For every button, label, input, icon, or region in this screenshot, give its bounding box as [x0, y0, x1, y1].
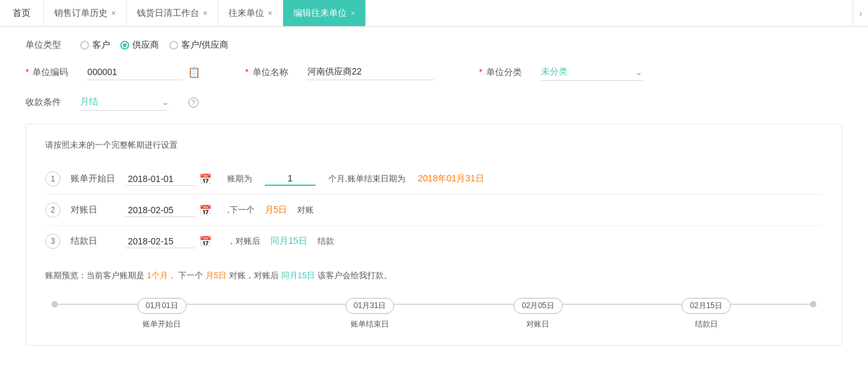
unit-category-label: * 单位分类 [479, 67, 522, 78]
tl-node-1-pill: 01月01日 [137, 298, 186, 314]
tl-node-4-pill: 02月15日 [682, 298, 731, 314]
preview-reconcile-day: 月5日 [206, 271, 227, 280]
tab-cash-work-label: 钱货日清工作台 [137, 8, 199, 19]
tl-node-3: 02月05日 对账日 [514, 298, 563, 330]
unit-code-label: * 单位编码 [25, 67, 68, 78]
tl-line-1 [58, 304, 137, 305]
radio-customer-supplier-label: 客户/供应商 [181, 39, 228, 51]
copy-icon[interactable]: 📋 [188, 66, 200, 78]
calendar-icon-2[interactable]: 📅 [199, 204, 212, 216]
preview-end-text: 该客户会给我打款。 [318, 271, 392, 280]
step3-desc-prefix: ，对账后 [227, 236, 260, 247]
unit-code-required: * [25, 67, 29, 77]
unit-type-row: 单位类型 客户 供应商 客户/供应商 [25, 39, 843, 51]
step-num-3: 3 [45, 234, 60, 249]
tab-edit-counterpart-close[interactable]: × [351, 9, 355, 18]
step1-middle-text: 账期为 [227, 173, 252, 185]
tl-node-3-pill: 02月05日 [514, 298, 563, 314]
payment-condition-value: 月结 [80, 96, 162, 108]
tl-node-3-label: 对账日 [526, 319, 549, 330]
payment-condition-arrow: ⌄ [162, 97, 169, 107]
step2-desc-suffix: 对账 [297, 204, 314, 216]
radio-customer[interactable]: 客户 [80, 39, 110, 51]
calendar-icon-1[interactable]: 📅 [199, 173, 212, 185]
period-input[interactable] [265, 172, 316, 186]
tl-node-1-label: 账单开始日 [143, 319, 181, 330]
unit-code-input[interactable] [87, 64, 183, 80]
step-date-field-1: 📅 [125, 172, 212, 186]
card-description: 请按照未来的一个完整帐期进行设置 [45, 139, 823, 151]
unit-name-input[interactable] [307, 64, 435, 80]
step-date-field-3: 📅 [125, 235, 212, 248]
tab-counterpart-label: 往来单位 [228, 8, 264, 19]
tl-node-4-label: 结款日 [695, 319, 718, 330]
tl-node-2-label: 账单结束日 [351, 319, 389, 330]
step1-end-date: 2018年01月31日 [418, 173, 484, 185]
step2-highlight: 月5日 [265, 204, 288, 216]
step-date-input-3[interactable] [125, 235, 195, 248]
unit-category-select[interactable]: 未分类 ⌄ [541, 64, 643, 81]
tab-edit-counterpart-label: 编辑往来单位 [293, 8, 347, 19]
unit-name-required: * [245, 67, 248, 77]
tab-sales-order-history-close[interactable]: × [111, 9, 116, 18]
unit-category-arrow: ⌄ [635, 67, 643, 77]
tab-home-label: 首页 [13, 8, 31, 19]
unit-type-radio-group: 客户 供应商 客户/供应商 [80, 39, 228, 51]
radio-customer-supplier[interactable]: 客户/供应商 [169, 39, 228, 51]
unit-name-field [307, 64, 435, 80]
tl-node-4: 02月15日 结款日 [682, 298, 731, 330]
payment-condition-label: 收款条件 [25, 97, 61, 108]
radio-customer-label: 客户 [92, 39, 110, 51]
timeline-left-dot [52, 298, 58, 307]
tl-line-5 [731, 304, 810, 305]
unit-name-label: * 单位名称 [245, 67, 288, 78]
timeline-right-dot [810, 298, 816, 307]
step3-desc-suffix: 结款 [318, 236, 334, 247]
step-row-1: 1 账单开始日 📅 账期为 个月,账单结束日期为 2018年01月31日 [45, 164, 823, 195]
step-date-field-2: 📅 [125, 204, 212, 217]
preview-next-prefix: 下一个 [178, 271, 203, 280]
period-settings-card: 请按照未来的一个完整帐期进行设置 1 账单开始日 📅 账期为 个月,账单结束日期… [25, 123, 843, 346]
unit-category-value: 未分类 [541, 66, 635, 78]
tl-line-2 [186, 304, 346, 305]
preview-period: 1个月， [147, 271, 176, 280]
step-num-1: 1 [45, 171, 60, 186]
tab-cash-work-close[interactable]: × [203, 9, 207, 18]
main-content: 单位类型 客户 供应商 客户/供应商 * 单位编码 📋 * [0, 27, 868, 387]
tl-node-2: 01月31日 账单结束日 [346, 298, 395, 330]
preview-text: 账期预览：当前客户账期是 1个月， 下一个 月5日 对账，对账后 同月15日 该… [45, 269, 823, 283]
step-label-1: 账单开始日 [71, 173, 115, 185]
preview-label: 账期预览：当前客户账期是 [45, 271, 144, 280]
tab-edit-counterpart[interactable]: 编辑往来单位 × [283, 0, 366, 26]
step-date-input-1[interactable] [125, 172, 195, 186]
step-row-2: 2 对账日 📅 ,下一个 月5日 对账 [45, 195, 823, 226]
tab-arrow[interactable]: › [853, 0, 868, 27]
unit-code-field: 📋 [87, 64, 200, 80]
dot-start [52, 301, 58, 307]
payment-condition-select[interactable]: 月结 ⌄ [80, 94, 169, 111]
radio-supplier[interactable]: 供应商 [120, 39, 159, 51]
tab-sales-order-history[interactable]: 销售订单历史 × [44, 0, 127, 26]
step-num-2: 2 [45, 202, 60, 218]
unit-info-row: * 单位编码 📋 * 单位名称 * 单位分类 未分类 ⌄ [25, 64, 843, 81]
tab-counterpart-close[interactable]: × [268, 9, 272, 18]
dot-end [810, 301, 816, 307]
step-date-input-2[interactable] [125, 204, 195, 217]
timeline: 01月01日 账单开始日 01月31日 账单结束日 02月05日 对账日 02月… [45, 298, 823, 330]
tab-home[interactable]: 首页 [0, 0, 44, 26]
help-icon[interactable]: ? [188, 97, 199, 108]
calendar-icon-3[interactable]: 📅 [199, 236, 212, 248]
radio-supplier-circle [120, 41, 129, 50]
preview-payment-day: 同月15日 [281, 271, 315, 280]
tl-line-4 [563, 304, 682, 305]
tl-node-1: 01月01日 账单开始日 [137, 298, 186, 330]
steps-table: 1 账单开始日 📅 账期为 个月,账单结束日期为 2018年01月31日 2 对… [45, 164, 823, 257]
radio-customer-circle [80, 41, 89, 50]
step-row-3: 3 结款日 📅 ，对账后 同月15日 结款 [45, 226, 823, 257]
tab-counterpart[interactable]: 往来单位 × [218, 0, 283, 26]
unit-type-label: 单位类型 [25, 39, 61, 51]
tab-sales-order-history-label: 销售订单历史 [54, 8, 108, 19]
tab-cash-work[interactable]: 钱货日清工作台 × [127, 0, 218, 26]
tab-bar: 首页 销售订单历史 × 钱货日清工作台 × 往来单位 × 编辑往来单位 × › [0, 0, 868, 27]
preview-reconcile-text: 对账，对账后 [229, 271, 279, 280]
